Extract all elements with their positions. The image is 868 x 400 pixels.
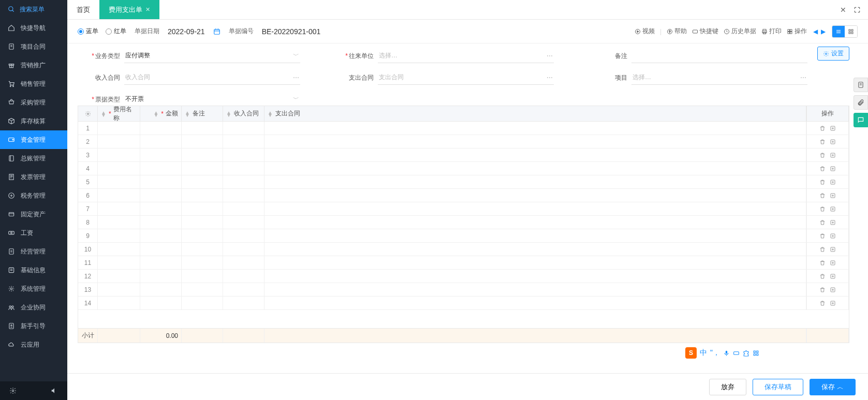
th-expense[interactable]: ▲▼支出合同 [264,106,806,121]
table-row[interactable]: 8 [78,216,849,229]
operate-link[interactable]: 操作 [787,27,807,36]
table-row[interactable]: 12 [78,270,849,283]
ime-keyboard-icon[interactable] [733,350,740,357]
calendar-icon[interactable] [213,28,220,35]
delete-icon[interactable] [819,246,826,253]
add-icon[interactable] [830,152,836,158]
ime-logo-icon[interactable]: S [685,347,697,359]
table-row[interactable]: 3 [78,149,849,162]
delete-icon[interactable] [819,139,826,145]
sidebar-item-6[interactable]: 资金管理 [0,130,67,149]
ime-lang[interactable]: 中 [700,348,707,358]
nav-prev-icon[interactable]: ◀ [812,28,819,35]
delete-icon[interactable] [819,273,826,279]
sidebar-item-13[interactable]: 基础信息 [0,261,67,279]
gear-column[interactable] [78,106,98,121]
table-row[interactable]: 1 [78,122,849,135]
delete-icon[interactable] [819,152,826,158]
remark-input[interactable] [631,49,807,63]
add-icon[interactable] [830,287,836,293]
save-button[interactable]: 保存 ︿ [810,379,856,395]
float-note-icon[interactable] [854,78,868,92]
history-link[interactable]: 历史单据 [724,27,756,36]
th-income[interactable]: ▲▼收入合同 [223,106,264,121]
add-icon[interactable] [830,233,836,239]
add-icon[interactable] [830,179,836,185]
add-icon[interactable] [830,300,836,306]
date-value[interactable]: 2022-09-21 [168,27,205,36]
income-contract-select[interactable]: 收入合同 ⋯ [124,70,300,85]
delete-icon[interactable] [819,192,826,199]
add-icon[interactable] [830,246,836,253]
discard-button[interactable]: 放弃 [709,379,746,395]
tickettype-select[interactable]: 不开票 ﹀ [124,92,300,107]
tab-home[interactable]: 首页 [67,0,99,19]
add-icon[interactable] [830,219,836,226]
table-row[interactable]: 10 [78,243,849,256]
add-icon[interactable] [830,206,836,212]
sidebar-item-11[interactable]: 工资 [0,224,67,242]
ime-mic-icon[interactable] [723,350,730,357]
view-grid-icon[interactable] [845,26,857,37]
ime-skin-icon[interactable] [743,350,749,357]
ime-tool-icon[interactable] [753,350,759,357]
radio-blue[interactable]: 蓝单 [78,27,98,36]
delete-icon[interactable] [819,300,826,306]
sidebar-item-10[interactable]: 固定资产 [0,205,67,224]
th-remark[interactable]: ▲▼备注 [182,106,223,121]
add-icon[interactable] [830,192,836,199]
settings-button[interactable]: 设置 [817,47,849,61]
volume-icon[interactable] [51,387,58,394]
add-icon[interactable] [830,125,836,131]
sidebar-item-5[interactable]: 库存核算 [0,112,67,130]
sidebar-item-16[interactable]: 新手引导 [0,317,67,335]
delete-icon[interactable] [819,287,826,293]
th-name[interactable]: ▲▼*费用名称 [98,106,140,121]
table-row[interactable]: 11 [78,256,849,270]
float-attach-icon[interactable] [854,95,868,110]
table-row[interactable]: 14 [78,297,849,310]
radio-red[interactable]: 红单 [106,27,126,36]
shortcut-link[interactable]: 快捷键 [692,27,718,36]
ime-punct-icon[interactable]: "， [710,348,720,358]
video-link[interactable]: 视频 [635,27,655,36]
partner-select[interactable]: 选择… ⋯ [378,49,554,63]
delete-icon[interactable] [819,206,826,212]
expense-contract-select[interactable]: 支出合同 ⋯ [378,70,554,85]
sidebar-item-4[interactable]: 采购管理 [0,93,67,112]
sidebar-item-7[interactable]: 总账管理 [0,149,67,168]
sidebar-item-15[interactable]: 企业协同 [0,298,67,317]
sidebar-item-17[interactable]: 云应用 [0,335,67,354]
nav-next-icon[interactable]: ▶ [820,28,827,35]
sidebar-item-14[interactable]: 系统管理 [0,279,67,298]
print-link[interactable]: 打印 [761,27,782,36]
tab-close-icon[interactable]: ✕ [145,6,150,13]
delete-icon[interactable] [819,219,826,226]
close-icon[interactable]: ✕ [840,6,846,14]
sidebar-item-2[interactable]: 营销推广 [0,56,67,75]
delete-icon[interactable] [819,166,826,172]
sidebar-item-9[interactable]: 税务管理 [0,186,67,205]
float-chat-icon[interactable] [854,113,868,127]
sidebar-item-0[interactable]: 快捷导航 [0,19,67,37]
table-row[interactable]: 9 [78,229,849,243]
fullscreen-icon[interactable] [854,6,861,13]
table-row[interactable]: 6 [78,189,849,202]
delete-icon[interactable] [819,125,826,131]
add-icon[interactable] [830,260,836,266]
delete-icon[interactable] [819,233,826,239]
table-row[interactable]: 4 [78,162,849,175]
settings-icon[interactable] [9,387,17,394]
sidebar-item-8[interactable]: 发票管理 [0,168,67,186]
help-link[interactable]: ? 帮助 [667,27,687,36]
table-row[interactable]: 2 [78,135,849,149]
sidebar-item-12[interactable]: 经营管理 [0,242,67,261]
sidebar-item-3[interactable]: 销售管理 [0,75,67,93]
add-icon[interactable] [830,166,836,172]
biztype-select[interactable]: 应付调整 ﹀ [124,49,300,63]
view-list-icon[interactable] [832,26,845,37]
add-icon[interactable] [830,273,836,279]
table-row[interactable]: 13 [78,283,849,297]
th-amount[interactable]: ▲▼*金额 [140,106,182,121]
sidebar-item-1[interactable]: 项目合同 [0,37,67,56]
